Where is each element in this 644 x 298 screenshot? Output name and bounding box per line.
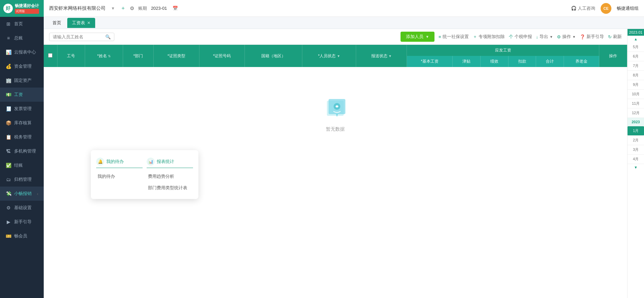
sidebar-item-multi[interactable]: 🏗 多机构管理 — [0, 144, 44, 158]
toolbar: 🔍 添加人员 ▼ ≡ 统一社保设置 ＋ 专项附加扣除 — [44, 29, 627, 45]
sidebar-item-home[interactable]: ⊞ 首页 — [0, 17, 44, 31]
ledger-icon: ≡ — [5, 35, 11, 41]
operations-button[interactable]: ⚙ 操作 ▼ — [557, 34, 576, 40]
sidebar-item-label: 固定资产 — [14, 77, 32, 84]
settings-icon[interactable]: ⚙ — [130, 5, 134, 11]
support-label: 人工咨询 — [578, 5, 595, 11]
popup-col-reports-header[interactable]: 📊 报表统计 — [147, 156, 193, 168]
special-label: 专项附加扣除 — [479, 34, 505, 40]
timeline-down-button[interactable]: ▼ — [628, 164, 644, 171]
export-button[interactable]: ↓ 导出 ▼ — [536, 34, 553, 40]
sidebar-item-basic[interactable]: ⚙ 基础设置 — [0, 201, 44, 215]
sidebar-item-assets[interactable]: 🏢 固定资产 — [0, 73, 44, 88]
add-company-button[interactable]: ＋ — [120, 5, 126, 12]
tab-close-icon[interactable]: ✕ — [87, 21, 90, 25]
sidebar-item-funds[interactable]: 💰 资金管理 — [0, 59, 44, 73]
report-filter-icon: ▼ — [388, 54, 392, 58]
search-box[interactable]: 🔍 — [49, 33, 114, 41]
payroll-table: 工号 *姓名 ⇅ *部门 *证照类型 — [44, 45, 627, 159]
empty-state-cell: 暂无数据 — [44, 67, 627, 159]
guide-button[interactable]: ❓ 新手引导 — [580, 34, 604, 40]
timeline-nov[interactable]: 11月 — [628, 99, 644, 108]
empty-icon — [322, 94, 349, 121]
timeline-mar[interactable]: 3月 — [628, 145, 644, 155]
timeline-aug[interactable]: 8月 — [628, 71, 644, 80]
timeline-jul[interactable]: 7月 — [628, 61, 644, 71]
timeline-apr[interactable]: 4月 — [628, 155, 644, 164]
select-all-checkbox[interactable] — [48, 53, 52, 58]
popup-trend-item[interactable]: 费用趋势分析 — [147, 171, 193, 182]
timeline-oct[interactable]: 10月 — [628, 90, 644, 99]
popup-todo-item[interactable]: 我的待办 — [96, 171, 143, 182]
th-total: 合计 — [536, 56, 564, 67]
sidebar-item-inventory[interactable]: 📦 库存核算 — [0, 116, 44, 130]
sidebar: 好 畅捷通好会计 试用版 ⊞ 首页 ≡ 总账 📊 云报表中心 💰 资金管理 🏢 … — [0, 0, 44, 298]
th-report-status[interactable]: 报送状态 ▼ — [356, 45, 407, 67]
sidebar-item-member[interactable]: 🎫 畅会员 — [0, 229, 44, 243]
sidebar-item-xiaochang[interactable]: 💸 小畅报销 ‹ — [0, 187, 44, 201]
sidebar-item-label: 云报表中心 — [14, 49, 36, 55]
ops-icon: ⚙ — [557, 34, 561, 39]
logo-title: 畅捷通好会计 — [15, 3, 39, 9]
topbar-right: 🎧 人工咨询 CE 畅捷通组组 — [571, 3, 639, 14]
sidebar-item-reports[interactable]: 📊 云报表中心 — [0, 45, 44, 59]
timeline-year-2023[interactable]: 2023 — [628, 118, 644, 126]
sidebar-item-label: 畅会员 — [14, 233, 27, 239]
sidebar-item-settle[interactable]: ✅ 结账 — [0, 158, 44, 172]
period-label: 账期 — [138, 5, 147, 11]
reports-col-icon: 📊 — [147, 158, 155, 166]
tax-report-button[interactable]: 个 个税申报 — [509, 34, 532, 40]
tab-payroll[interactable]: 工资表 ✕ — [67, 18, 95, 28]
timeline-up-button[interactable]: ▲ — [628, 36, 644, 42]
special-deduct-button[interactable]: ＋ 专项附加扣除 — [473, 34, 505, 40]
collapse-icon: ‹ — [37, 191, 38, 196]
sidebar-item-label: 小畅报销 — [14, 191, 32, 197]
popup-section: 🔔 我的待办 我的待办 📊 报表统计 费用趋势分析 部门费用类型统计表 — [96, 156, 193, 194]
timeline-feb[interactable]: 2月 — [628, 136, 644, 145]
sidebar-item-label: 首页 — [14, 21, 23, 27]
th-name[interactable]: *姓名 ⇅ — [85, 45, 123, 67]
sidebar-item-label: 资金管理 — [14, 63, 32, 69]
th-id-number: *证照号码 — [199, 45, 245, 67]
app-logo: 好 畅捷通好会计 试用版 — [0, 0, 44, 17]
refresh-button[interactable]: ↻ 刷新 — [608, 34, 622, 40]
user-name[interactable]: 畅捷通组组 — [617, 5, 639, 11]
timeline-jun[interactable]: 6月 — [628, 52, 644, 61]
add-person-button[interactable]: 添加人员 ▼ — [401, 32, 434, 42]
th-status[interactable]: *人员状态 ▼ — [302, 45, 356, 67]
logo-badge: 试用版 — [15, 9, 39, 14]
logo-initials: 好 — [6, 5, 10, 11]
status-filter-icon: ▼ — [337, 54, 340, 58]
search-input[interactable] — [53, 34, 103, 39]
sidebar-item-guide[interactable]: ▶ 新手引导 — [0, 215, 44, 229]
popup-col-todo-header[interactable]: 🔔 我的待办 — [96, 156, 143, 168]
sidebar-item-payroll[interactable]: 💵 工资 — [0, 88, 44, 102]
sidebar-item-label: 发票管理 — [14, 106, 32, 112]
main-area: 西安虾米网络科技有限公司 ▼ ＋ ⚙ 账期 2023-01 📅 🎧 人工咨询 C… — [44, 0, 644, 298]
company-dropdown-icon[interactable]: ▼ — [111, 6, 115, 11]
popup-dept-item[interactable]: 部门费用类型统计表 — [147, 182, 193, 194]
inventory-icon: 📦 — [5, 120, 11, 126]
support-button[interactable]: 🎧 人工咨询 — [571, 5, 595, 11]
todo-col-icon: 🔔 — [96, 158, 104, 166]
avatar[interactable]: CE — [601, 3, 611, 14]
ops-arrow-icon: ▼ — [572, 35, 576, 39]
empty-state: 暂无数据 — [44, 67, 627, 159]
timeline-sep[interactable]: 9月 — [628, 80, 644, 90]
search-icon[interactable]: 🔍 — [105, 34, 111, 39]
timeline-may[interactable]: 5月 — [628, 42, 644, 52]
calendar-icon[interactable]: 📅 — [173, 6, 178, 11]
sidebar-item-ledger[interactable]: ≡ 总账 — [0, 31, 44, 45]
timeline-dec[interactable]: 12月 — [628, 108, 644, 118]
tab-home[interactable]: 首页 — [48, 18, 66, 28]
timeline-jan-current[interactable]: 1月 — [628, 126, 644, 136]
sidebar-item-tax[interactable]: 📋 税务管理 — [0, 130, 44, 144]
sidebar-item-invoice[interactable]: 🧾 发票管理 — [0, 102, 44, 116]
sidebar-item-archive[interactable]: 🗂 归档管理 — [0, 172, 44, 187]
refresh-label: 刷新 — [613, 34, 622, 40]
export-arrow-icon: ▼ — [550, 35, 553, 39]
sidebar-item-label: 结账 — [14, 162, 23, 168]
avatar-initials: CE — [603, 6, 608, 10]
social-security-button[interactable]: ≡ 统一社保设置 — [439, 34, 469, 40]
sidebar-item-label: 新手引导 — [14, 219, 32, 225]
